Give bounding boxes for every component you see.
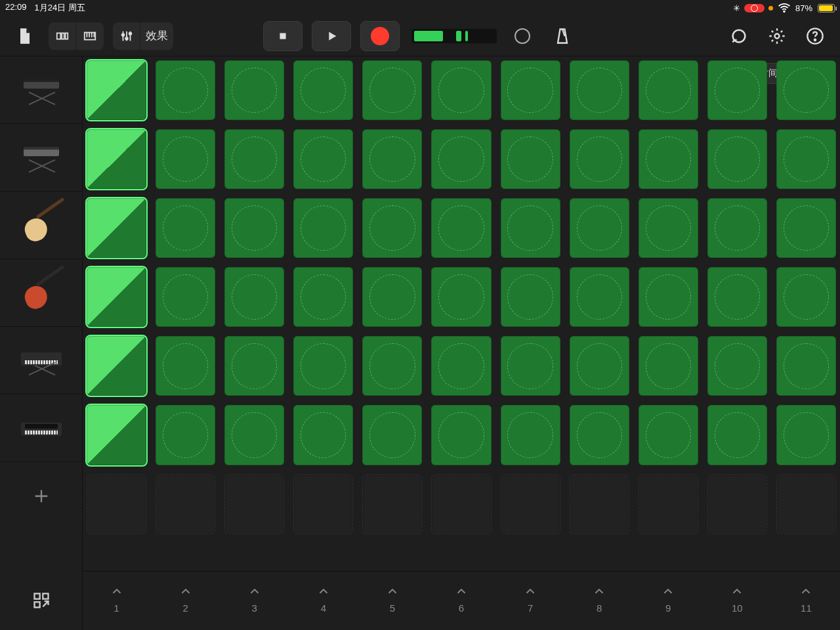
loop-cell[interactable] bbox=[639, 267, 698, 327]
tracks-view-button[interactable] bbox=[49, 22, 76, 50]
screen-record-pill[interactable] bbox=[744, 4, 765, 12]
loop-cell[interactable] bbox=[362, 198, 422, 258]
loop-cell[interactable] bbox=[431, 129, 491, 189]
loop-cell[interactable] bbox=[431, 60, 491, 120]
loop-cell[interactable] bbox=[776, 198, 836, 258]
column-trigger[interactable]: 3 bbox=[224, 572, 284, 626]
loop-cell[interactable] bbox=[156, 60, 215, 120]
loop-cell[interactable] bbox=[501, 405, 560, 465]
loop-cell[interactable] bbox=[293, 129, 353, 189]
settings-button[interactable] bbox=[763, 22, 791, 50]
loop-cell[interactable] bbox=[293, 60, 353, 120]
loop-cell[interactable] bbox=[224, 60, 284, 120]
loop-cell[interactable] bbox=[776, 60, 836, 120]
loop-cell[interactable] bbox=[707, 60, 767, 120]
metronome-button[interactable] bbox=[548, 22, 577, 50]
loop-cell[interactable] bbox=[776, 129, 836, 189]
loop-cell[interactable] bbox=[501, 60, 560, 120]
loop-cell[interactable] bbox=[570, 336, 629, 396]
keyboard-view-button[interactable] bbox=[76, 22, 104, 50]
loop-cell[interactable] bbox=[501, 129, 560, 189]
loop-cell[interactable] bbox=[156, 198, 215, 258]
loop-cell[interactable] bbox=[293, 267, 353, 327]
loop-cell[interactable] bbox=[293, 405, 353, 465]
track-keyboard-1[interactable] bbox=[0, 56, 82, 124]
track-controls-button[interactable] bbox=[113, 22, 140, 50]
track-synth-2[interactable] bbox=[0, 394, 82, 462]
loop-cell[interactable] bbox=[570, 267, 629, 327]
add-track-button[interactable] bbox=[0, 462, 82, 530]
column-trigger[interactable]: 4 bbox=[293, 572, 353, 626]
loop-cell[interactable] bbox=[501, 198, 560, 258]
column-trigger[interactable]: 9 bbox=[639, 572, 698, 626]
stop-button[interactable] bbox=[263, 21, 303, 51]
loop-cell[interactable] bbox=[224, 198, 284, 258]
loop-cell[interactable] bbox=[707, 267, 767, 327]
empty-cell[interactable] bbox=[156, 474, 215, 534]
loop-cell[interactable] bbox=[87, 198, 146, 258]
loop-cell[interactable] bbox=[293, 198, 353, 258]
loop-cell[interactable] bbox=[87, 267, 146, 327]
track-electric-guitar[interactable] bbox=[0, 259, 82, 327]
loop-cell[interactable] bbox=[639, 336, 698, 396]
loop-cell[interactable] bbox=[87, 336, 146, 396]
loop-cell[interactable] bbox=[431, 198, 491, 258]
empty-cell[interactable] bbox=[87, 474, 146, 534]
loop-cell[interactable] bbox=[639, 129, 698, 189]
help-button[interactable] bbox=[801, 22, 830, 50]
loop-cell[interactable] bbox=[87, 405, 146, 465]
loop-cell[interactable] bbox=[639, 198, 698, 258]
column-trigger[interactable]: 11 bbox=[776, 572, 836, 626]
loop-cell[interactable] bbox=[156, 405, 215, 465]
loop-cell[interactable] bbox=[293, 336, 353, 396]
column-trigger[interactable]: 10 bbox=[707, 572, 767, 626]
empty-cell[interactable] bbox=[570, 474, 629, 534]
loop-cell[interactable] bbox=[707, 198, 767, 258]
loop-cell[interactable] bbox=[156, 129, 215, 189]
loop-cell[interactable] bbox=[156, 267, 215, 327]
loop-cell[interactable] bbox=[362, 405, 422, 465]
loop-button[interactable] bbox=[724, 22, 753, 50]
empty-cell[interactable] bbox=[293, 474, 353, 534]
loop-cell[interactable] bbox=[639, 405, 698, 465]
loop-cell[interactable] bbox=[570, 198, 629, 258]
column-trigger[interactable]: 8 bbox=[570, 572, 629, 626]
loop-cell[interactable] bbox=[224, 267, 284, 327]
loop-cell[interactable] bbox=[501, 336, 560, 396]
loop-cell[interactable] bbox=[224, 405, 284, 465]
empty-cell[interactable] bbox=[776, 474, 836, 534]
loop-cell[interactable] bbox=[639, 60, 698, 120]
column-trigger[interactable]: 6 bbox=[431, 572, 491, 626]
loop-cell[interactable] bbox=[707, 405, 767, 465]
loop-cell[interactable] bbox=[87, 60, 146, 120]
master-volume-button[interactable] bbox=[509, 22, 536, 50]
track-synth-1[interactable] bbox=[0, 327, 82, 394]
loop-cell[interactable] bbox=[776, 267, 836, 327]
loop-cell[interactable] bbox=[362, 267, 422, 327]
empty-cell[interactable] bbox=[362, 474, 422, 534]
loop-cell[interactable] bbox=[156, 336, 215, 396]
loop-cell[interactable] bbox=[501, 267, 560, 327]
loop-cell[interactable] bbox=[707, 336, 767, 396]
column-trigger[interactable]: 7 bbox=[501, 572, 560, 626]
my-songs-button[interactable] bbox=[10, 22, 39, 50]
loop-cell[interactable] bbox=[362, 336, 422, 396]
column-trigger[interactable]: 1 bbox=[87, 572, 146, 626]
column-trigger[interactable]: 5 bbox=[362, 572, 422, 626]
live-loops-edit-button[interactable] bbox=[0, 571, 82, 630]
loop-cell[interactable] bbox=[570, 60, 629, 120]
empty-cell[interactable] bbox=[707, 474, 767, 534]
empty-cell[interactable] bbox=[224, 474, 284, 534]
empty-cell[interactable] bbox=[639, 474, 698, 534]
loop-cell[interactable] bbox=[87, 129, 146, 189]
loop-cell[interactable] bbox=[431, 336, 491, 396]
column-trigger[interactable]: 2 bbox=[156, 572, 215, 626]
loop-cell[interactable] bbox=[707, 129, 767, 189]
loop-cell[interactable] bbox=[362, 129, 422, 189]
loop-cell[interactable] bbox=[362, 60, 422, 120]
empty-cell[interactable] bbox=[431, 474, 491, 534]
loop-cell[interactable] bbox=[776, 336, 836, 396]
loop-cell[interactable] bbox=[570, 129, 629, 189]
track-acoustic-guitar[interactable] bbox=[0, 192, 82, 259]
play-button[interactable] bbox=[312, 21, 351, 51]
